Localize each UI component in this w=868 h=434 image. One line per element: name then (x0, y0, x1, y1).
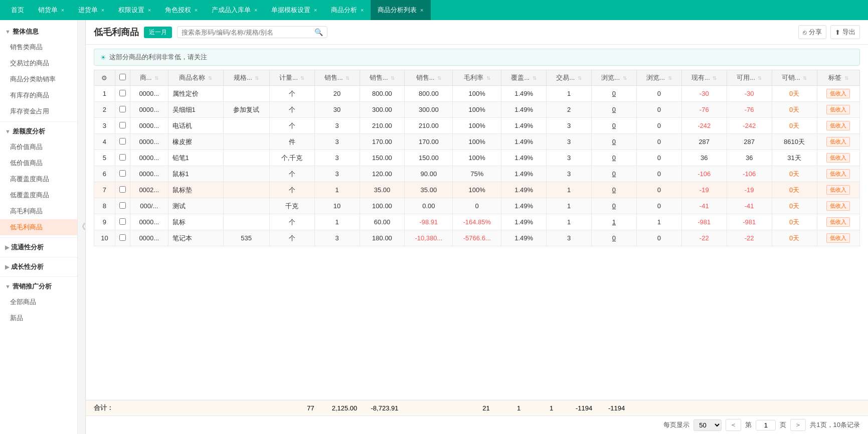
sidebar-group-liquidity[interactable]: ▶ 流通性分析 (0, 240, 77, 255)
sidebar-group-margin[interactable]: ▼ 差额度分析 (0, 124, 77, 139)
page-size-select[interactable]: 50 20 100 (693, 419, 722, 431)
cell-checkbox[interactable] (115, 118, 130, 134)
row-checkbox[interactable] (119, 138, 126, 144)
th-coverage[interactable]: 覆盖... ⇅ (501, 70, 547, 86)
cell-browse1[interactable]: 0 (591, 166, 636, 182)
cell-sales-profit: -10,380... (405, 230, 453, 246)
th-spec[interactable]: 规格... ⇅ (223, 70, 269, 86)
row-checkbox[interactable] (119, 186, 126, 193)
cell-checkbox[interactable] (115, 102, 130, 118)
nav-role-auth[interactable]: 角色授权 × (158, 0, 205, 20)
cell-name: 鼠标 (168, 214, 223, 230)
nav-goods-analysis[interactable]: 商品分析 × (324, 0, 371, 20)
nav-close-product[interactable]: × (254, 7, 257, 13)
th-sales-qty[interactable]: 销售... ⇅ (314, 70, 360, 86)
next-page-btn[interactable]: ＞ (790, 419, 806, 431)
cell-browse1[interactable]: 0 (591, 230, 636, 246)
search-input[interactable] (182, 29, 314, 36)
th-unit[interactable]: 计量... ⇅ (269, 70, 314, 86)
sidebar-item-inventory-value[interactable]: 库存资金占用 (0, 103, 77, 119)
cell-checkbox[interactable] (115, 166, 130, 182)
sidebar-item-low-coverage[interactable]: 低覆盖度商品 (0, 187, 77, 203)
page-number-input[interactable] (756, 420, 776, 430)
cell-checkbox[interactable] (115, 86, 130, 102)
row-checkbox[interactable] (119, 90, 126, 96)
th-sales-profit[interactable]: 销售... ⇅ (405, 70, 453, 86)
row-checkbox[interactable] (119, 106, 126, 112)
sidebar-group-marketing[interactable]: ▼ 营销推广分析 (0, 279, 77, 294)
row-checkbox[interactable] (119, 122, 126, 128)
sidebar-collapse-btn[interactable]: 《 (78, 20, 86, 434)
cell-browse1[interactable]: 0 (591, 150, 636, 166)
sidebar-item-sales-goods[interactable]: 销售类商品 (0, 39, 77, 55)
th-settings[interactable]: ⚙ (94, 70, 115, 86)
row-checkbox[interactable] (119, 170, 126, 177)
th-sales-price[interactable]: 销售... ⇅ (360, 70, 405, 86)
cell-checkbox[interactable] (115, 230, 130, 246)
export-button[interactable]: ⬆ 导出 (830, 25, 860, 39)
th-available[interactable]: 可用... ⇅ (727, 70, 772, 86)
cell-sales-price: 800.00 (360, 86, 405, 102)
th-current-stock[interactable]: 现有... ⇅ (681, 70, 727, 86)
nav-permission[interactable]: 权限设置 × (111, 0, 158, 20)
sidebar-item-in-stock[interactable]: 有库存的商品 (0, 87, 77, 103)
nav-close-template[interactable]: × (314, 7, 317, 13)
nav-close-sales[interactable]: × (61, 7, 64, 13)
sidebar-item-traded-goods[interactable]: 交易过的商品 (0, 55, 77, 71)
select-all-checkbox[interactable] (119, 74, 126, 80)
th-transaction[interactable]: 交易... ⇅ (547, 70, 592, 86)
th-gross-margin[interactable]: 毛利率 ⇅ (453, 70, 501, 86)
sidebar-group-overall[interactable]: ▼ 整体信息 (0, 24, 77, 39)
nav-purchase-order[interactable]: 进货单 × (71, 0, 111, 20)
cell-sales-qty: 3 (314, 230, 360, 246)
nav-close-purchase[interactable]: × (101, 7, 104, 13)
row-checkbox[interactable] (119, 234, 126, 241)
nav-close-permission[interactable]: × (148, 7, 151, 13)
row-checkbox[interactable] (119, 154, 126, 161)
cell-browse1[interactable]: 0 (591, 198, 636, 214)
cell-browse1[interactable]: 0 (591, 86, 636, 102)
row-checkbox[interactable] (119, 202, 126, 209)
cell-checkbox[interactable] (115, 214, 130, 230)
row-checkbox[interactable] (119, 218, 126, 225)
th-checkbox[interactable] (115, 70, 130, 86)
nav-sales-order[interactable]: 销货单 × (31, 0, 71, 20)
cell-browse1[interactable]: 0 (591, 182, 636, 198)
sidebar-item-all-goods[interactable]: 全部商品 (0, 294, 77, 310)
cell-checkbox[interactable] (115, 198, 130, 214)
nav-close-analysis[interactable]: × (361, 7, 364, 13)
th-name[interactable]: 商品名称 ⇅ (168, 70, 223, 86)
cell-browse1[interactable]: 0 (591, 118, 636, 134)
cell-coverage: 1.49% (501, 86, 547, 102)
sidebar-item-high-value[interactable]: 高价值商品 (0, 139, 77, 155)
nav-close-role[interactable]: × (195, 7, 198, 13)
cell-browse1[interactable]: 1 (591, 214, 636, 230)
th-sellable[interactable]: 可销... ⇅ (772, 70, 817, 86)
nav-home[interactable]: 首页 (4, 0, 31, 20)
sidebar-group-growth[interactable]: ▶ 成长性分析 (0, 259, 77, 274)
sidebar-item-high-coverage[interactable]: 高覆盖度商品 (0, 171, 77, 187)
sidebar-item-low-value[interactable]: 低价值商品 (0, 155, 77, 171)
nav-template[interactable]: 单据模板设置 × (264, 0, 324, 20)
cell-browse1[interactable]: 0 (591, 134, 636, 150)
cell-browse1[interactable]: 0 (591, 102, 636, 118)
sidebar-item-low-margin[interactable]: 低毛利商品 (0, 219, 77, 235)
prev-page-btn[interactable]: ＜ (726, 419, 741, 431)
nav-goods-analysis-list[interactable]: 商品分析列表 × (371, 0, 430, 20)
cell-checkbox[interactable] (115, 150, 130, 166)
cell-code: 0000... (130, 134, 168, 150)
th-tag[interactable]: 标签 ⇅ (817, 70, 860, 86)
sidebar-item-high-margin[interactable]: 高毛利商品 (0, 203, 77, 219)
cell-checkbox[interactable] (115, 182, 130, 198)
th-code[interactable]: 商... ⇅ (130, 70, 168, 86)
th-browse2[interactable]: 浏览... ⇅ (636, 70, 681, 86)
cell-checkbox[interactable] (115, 134, 130, 150)
cell-sales-qty: 20 (314, 86, 360, 102)
th-browse1[interactable]: 浏览... ⇅ (591, 70, 636, 86)
sidebar-item-category-rate[interactable]: 商品分类助销率 (0, 71, 77, 87)
nav-product-entry[interactable]: 产成品入库单 × (205, 0, 264, 20)
filter-recent-btn[interactable]: 近一月 (144, 27, 172, 38)
sidebar-item-new-goods[interactable]: 新品 (0, 310, 77, 326)
nav-close-list[interactable]: × (420, 7, 423, 13)
share-button[interactable]: ⎋ 分享 (798, 25, 826, 39)
